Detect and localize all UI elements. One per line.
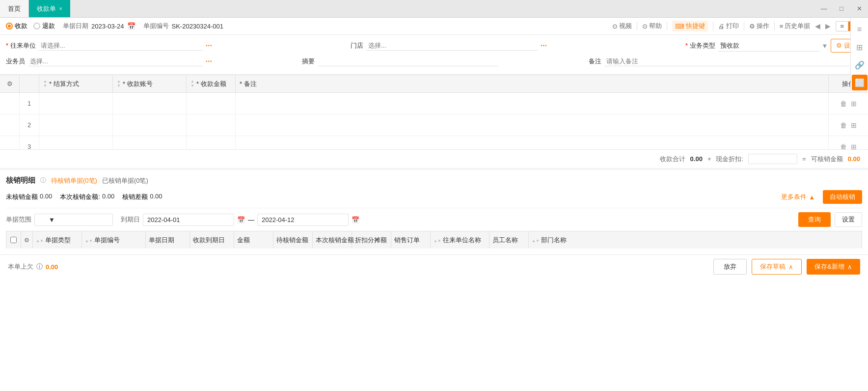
calendar-icon[interactable]: 📅	[127, 22, 136, 30]
range-select[interactable]: ▼	[34, 214, 113, 226]
date-from-input[interactable]	[143, 214, 234, 226]
tab-pending[interactable]: 待核销单据(0笔)	[51, 176, 97, 185]
stat-uncancelled-value: 0.00	[40, 193, 52, 201]
duedate-label: 到期日	[121, 215, 140, 224]
row3-delete-icon[interactable]: 🗑	[840, 143, 847, 150]
biztype-select[interactable]: 预收款 ▼	[718, 40, 828, 52]
row2-index: 2	[20, 114, 39, 136]
row1-remark[interactable]	[236, 93, 829, 114]
auto-verify-btn[interactable]: 自动核销	[823, 190, 862, 204]
staff-ellipsis-btn[interactable]: ···	[206, 57, 212, 66]
tab-done[interactable]: 已核销单据(0笔)	[102, 176, 148, 185]
filter-row: 单据范围 ▼ 到期日 📅 — 📅 查询 设置	[6, 208, 862, 231]
radio-tuikuan[interactable]: 退款	[33, 22, 55, 30]
partner-ellipsis-btn[interactable]: ···	[206, 41, 212, 50]
bottom-info: 本单上欠 ⓘ 0.00	[8, 262, 58, 271]
row1-account[interactable]	[113, 93, 187, 114]
nav-prev-icon[interactable]: ◀	[815, 22, 820, 30]
row3-settlement[interactable]	[39, 136, 113, 149]
discount-input[interactable]	[748, 154, 797, 164]
th-index	[20, 75, 39, 92]
th-remark: * 备注	[236, 75, 829, 92]
table-settings-icon[interactable]: ⚙	[0, 75, 20, 92]
tab-home[interactable]: 首页	[0, 0, 29, 17]
save-draft-btn[interactable]: 保存草稿 ∧	[752, 259, 802, 275]
row2-account[interactable]	[113, 114, 187, 136]
row2-remark[interactable]	[236, 114, 829, 136]
lth-gear[interactable]: ⚙	[21, 231, 33, 249]
date-to-input[interactable]	[257, 214, 349, 226]
row1-settlement[interactable]	[39, 93, 113, 114]
lth-discount: 折扣分摊额	[352, 231, 391, 249]
view-list-btn[interactable]: ≡	[836, 22, 848, 31]
bottom-actions: 放弃 保存草稿 ∧ 保存&新增 ∧	[713, 259, 860, 275]
total-value: 0.00	[690, 155, 703, 163]
stat-diff-value: 0.00	[150, 193, 162, 201]
row2-copy-icon[interactable]: ⊞	[851, 121, 857, 129]
help-btn[interactable]: ⊙ 帮助	[642, 22, 662, 30]
remark-input[interactable]	[604, 56, 863, 66]
lth-amount: 金额	[234, 231, 273, 249]
tab-receipt-label: 收款单	[37, 4, 56, 13]
verif-info-icon[interactable]: ⓘ	[40, 176, 46, 185]
row3-action: 🗑 ⊞	[829, 136, 868, 149]
operation-btn[interactable]: ⚙ 操作	[749, 22, 769, 30]
nav-next-icon[interactable]: ▶	[825, 22, 831, 30]
store-ellipsis-btn[interactable]: ···	[541, 41, 547, 50]
row3-copy-icon[interactable]: ⊞	[851, 143, 857, 150]
row3-remark[interactable]	[236, 136, 829, 149]
store-input[interactable]	[366, 41, 538, 51]
calendar-from-icon[interactable]: 📅	[237, 216, 245, 223]
select-all-checkbox[interactable]	[10, 237, 17, 243]
tab-receipt[interactable]: 收款单 ×	[29, 0, 70, 17]
net-value: 0.00	[848, 155, 860, 163]
bottom-info-icon[interactable]: ⓘ	[36, 262, 43, 271]
print-btn[interactable]: 🖨 打印	[718, 22, 739, 30]
query-btn[interactable]: 查询	[798, 212, 831, 227]
stat-thistime-label: 本次核销金额:	[60, 193, 100, 201]
close-button[interactable]: ✕	[850, 0, 868, 18]
radio-shoukuan[interactable]: 收款	[6, 22, 27, 30]
maximize-button[interactable]: □	[833, 0, 850, 18]
row3-amount[interactable]	[187, 136, 236, 149]
table-row: 1 🗑 ⊞	[0, 93, 868, 114]
radio-shoukuan-label: 收款	[15, 22, 27, 30]
lth-num: ▲▼ 单据编号	[82, 231, 146, 249]
verif-header: 核销明细 ⓘ 待核销单据(0笔) 已核销单据(0笔)	[6, 176, 862, 185]
sidebar-icon-paperclip[interactable]: 🔗	[852, 57, 868, 73]
row1-spacer	[0, 93, 20, 114]
history-btn[interactable]: ≡ 历史单据	[780, 22, 811, 30]
row1-amount[interactable]	[187, 93, 236, 114]
row1-delete-icon[interactable]: 🗑	[840, 100, 847, 108]
row1-copy-icon[interactable]: ⊞	[851, 100, 857, 108]
th-account: ▲▼ * 收款账号	[113, 75, 187, 92]
save-new-btn[interactable]: 保存&新增 ∧	[807, 259, 860, 275]
sidebar-icon-1[interactable]: ≡	[852, 22, 868, 37]
row2-settlement[interactable]	[39, 114, 113, 136]
row2-delete-icon[interactable]: 🗑	[840, 121, 847, 129]
calendar-to-icon[interactable]: 📅	[352, 216, 359, 223]
row2-amount[interactable]	[187, 114, 236, 136]
discard-btn[interactable]: 放弃	[713, 259, 747, 275]
table-body: 1 🗑 ⊞ 2 🗑 ⊞	[0, 93, 868, 149]
filter-settings-btn[interactable]: 设置	[835, 212, 862, 227]
row3-account[interactable]	[113, 136, 187, 149]
summary-input[interactable]	[318, 56, 498, 66]
remark-label: 备注	[589, 57, 601, 66]
video-btn[interactable]: ⊙ 视频	[612, 22, 632, 30]
partner-input[interactable]	[39, 41, 203, 51]
lth-pending: 待核销金额	[273, 231, 313, 249]
net-label: 可核销金额	[811, 155, 843, 164]
sidebar-icon-2[interactable]: ⊞	[852, 39, 868, 55]
store-label: 门店	[351, 41, 363, 50]
biztype-chevron-icon[interactable]: ▼	[822, 42, 828, 50]
docnum-label: 单据编号	[143, 22, 169, 30]
shortcut-btn[interactable]: ⌨ 快捷键	[672, 21, 708, 31]
row3-spacer	[0, 136, 20, 149]
minimize-button[interactable]: —	[815, 0, 833, 18]
tab-close-icon[interactable]: ×	[59, 5, 62, 12]
staff-input[interactable]	[28, 56, 203, 66]
sidebar-icon-expand[interactable]: ⬜	[852, 75, 868, 90]
bottom-bar: 本单上欠 ⓘ 0.00 放弃 保存草稿 ∧ 保存&新增 ∧	[0, 254, 868, 279]
more-conditions-btn[interactable]: 更多条件 ▲	[781, 193, 815, 201]
